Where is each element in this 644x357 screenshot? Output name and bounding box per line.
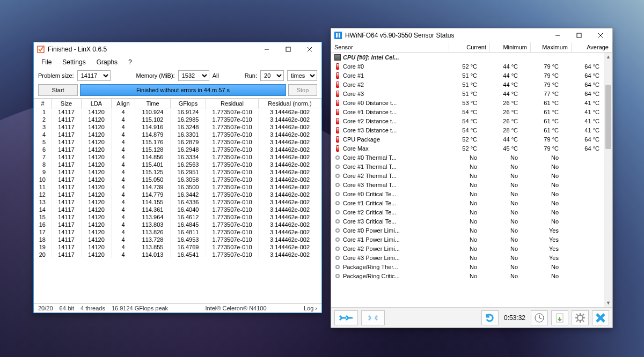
col-minimum[interactable]: Minimum [490, 42, 531, 52]
close-toolbar-button[interactable] [592, 310, 609, 325]
settings-button[interactable] [572, 310, 589, 325]
table-row[interactable]: 114117141204110.92416.91241.773507e-0103… [34, 108, 321, 116]
sensor-row[interactable]: Core #1 Distance t...54 °C26 °C61 °C41 °… [331, 107, 604, 116]
sensor-row[interactable]: Core #2 Thermal T...NoNoNo [331, 171, 604, 180]
thermometer-icon [336, 109, 339, 115]
sensor-row[interactable]: Core #1 Power Limi...NoNoYes [331, 235, 604, 244]
close-button[interactable] [299, 43, 320, 55]
menu-graphs[interactable]: Graphs [92, 57, 122, 67]
col-average[interactable]: Average [572, 42, 612, 52]
linx-titlebar[interactable]: Finished - LinX 0.6.5 [34, 42, 321, 56]
linx-col-header[interactable]: Size [52, 99, 82, 108]
run-count-select[interactable]: 20 [260, 70, 284, 81]
linx-col-header[interactable]: Align [112, 99, 135, 108]
collapse-all-button[interactable] [361, 310, 385, 325]
table-row[interactable]: 1314117141204114.15516.43361.773507e-010… [34, 198, 321, 206]
table-row[interactable]: 1914117141204113.85516.47691.773507e-010… [34, 243, 321, 251]
linx-col-header[interactable]: # [34, 99, 52, 108]
status-ring-icon [335, 155, 340, 160]
table-row[interactable]: 414117141204114.87916.33011.773507e-0103… [34, 131, 321, 138]
problem-size-select[interactable]: 14117 [77, 70, 111, 81]
linx-col-header[interactable]: Residual [206, 99, 259, 108]
table-row[interactable]: 1114117141204114.73916.35001.773507e-010… [34, 183, 321, 191]
table-row[interactable]: 614117141204115.12816.29481.773507e-0103… [34, 146, 321, 153]
scrollbar[interactable]: ▲ ▼ [604, 53, 612, 307]
table-row[interactable]: 714117141204114.85616.33341.773507e-0103… [34, 153, 321, 161]
linx-col-header[interactable]: Residual (norm.) [259, 99, 321, 108]
menu-settings[interactable]: Settings [58, 57, 90, 67]
table-row[interactable]: 1614117141204113.80316.48451.773507e-010… [34, 221, 321, 228]
close-button[interactable] [590, 29, 611, 41]
sensor-row[interactable]: Core #052 °C44 °C79 °C64 °C [331, 62, 604, 71]
hwinfo-titlebar[interactable]: HWiNFO64 v5.90-3550 Sensor Status [331, 28, 612, 42]
menu-file[interactable]: File [37, 57, 56, 67]
sensor-row[interactable]: Core #1 Thermal T...NoNoNo [331, 162, 604, 171]
linx-col-header[interactable]: Time [135, 99, 171, 108]
svg-rect-9 [577, 33, 581, 38]
table-row[interactable]: 1414117141204114.36116.40401.773507e-010… [34, 206, 321, 213]
sensor-row[interactable]: Core #3 Critical Te...NoNoNo [331, 217, 604, 226]
sensor-row[interactable]: Core #0 Critical Te...NoNoNo [331, 189, 604, 198]
table-row[interactable]: 1014117141204115.05016.30581.773507e-010… [34, 176, 321, 183]
sensor-row[interactable]: Core #0 Power Limi...NoNoYes [331, 226, 604, 235]
sensor-row[interactable]: Core #0 Thermal T...NoNoNo [331, 153, 604, 162]
svg-rect-2 [286, 47, 290, 51]
table-row[interactable]: 214117141204115.10216.29851.773507e-0103… [34, 116, 321, 123]
status-ring-icon [335, 237, 340, 242]
table-row[interactable]: 1514117141204113.96416.46121.773507e-010… [34, 213, 321, 221]
sensor-row[interactable]: Core #1 Critical Te...NoNoNo [331, 198, 604, 207]
sensor-row[interactable]: Core #2 Power Limi...NoNoYes [331, 244, 604, 253]
col-maximum[interactable]: Maximum [531, 42, 572, 52]
sensor-row[interactable]: CPU Package52 °C44 °C79 °C64 °C [331, 135, 604, 144]
sensor-row[interactable]: Core #3 Thermal T...NoNoNo [331, 180, 604, 189]
maximize-button[interactable] [568, 29, 590, 41]
linx-menubar: File Settings Graphs ? [34, 56, 321, 69]
sensor-row[interactable]: Core #3 Distance t...54 °C28 °C61 °C41 °… [331, 125, 604, 135]
sensor-row[interactable]: Core #2 Critical Te...NoNoNo [331, 207, 604, 217]
sensor-row[interactable]: Core #251 °C44 °C79 °C64 °C [331, 80, 604, 89]
col-sensor[interactable]: Sensor [331, 42, 449, 52]
run-unit-select[interactable]: times [287, 70, 317, 81]
footer-threads: 4 threads [80, 305, 105, 311]
table-row[interactable]: 1814117141204113.72816.49531.773507e-010… [34, 236, 321, 243]
sensor-row[interactable]: Core #0 Distance t...53 °C26 °C61 °C41 °… [331, 98, 604, 107]
scroll-up-icon[interactable]: ▲ [604, 53, 612, 61]
table-row[interactable]: 314117141204114.91616.32481.773507e-0103… [34, 123, 321, 131]
linx-col-header[interactable]: LDA [82, 99, 112, 108]
refresh-button[interactable] [481, 310, 499, 325]
linx-col-header[interactable]: GFlops [171, 99, 206, 108]
sensor-row[interactable]: Core #151 °C44 °C79 °C64 °C [331, 71, 604, 80]
maximize-button[interactable] [277, 43, 299, 55]
footer-log-link[interactable]: Log › [304, 305, 317, 311]
minimize-button[interactable] [256, 43, 277, 55]
clock-button[interactable] [531, 310, 548, 325]
sensor-group-cpu[interactable]: CPU [#0]: Intel Cel... [331, 53, 604, 62]
save-log-button[interactable] [551, 310, 568, 325]
scroll-down-icon[interactable]: ▼ [604, 299, 612, 307]
hwinfo-column-headers[interactable]: Sensor Current Minimum Maximum Average [331, 42, 612, 53]
thermometer-icon [336, 127, 339, 133]
col-current[interactable]: Current [449, 42, 490, 52]
sensor-row[interactable]: Core #2 Distance t...54 °C26 °C61 °C41 °… [331, 116, 604, 125]
thermometer-icon [336, 145, 339, 152]
table-row[interactable]: 1214117141204114.77916.34421.773507e-010… [34, 191, 321, 198]
minimize-button[interactable] [547, 29, 568, 41]
table-row[interactable]: 1714117141204113.82616.48111.773507e-010… [34, 228, 321, 236]
expand-all-button[interactable] [334, 310, 358, 325]
sensor-row[interactable]: Core #351 °C44 °C77 °C64 °C [331, 89, 604, 98]
svg-line-23 [576, 320, 578, 322]
table-row[interactable]: 814117141204115.40116.25631.773507e-0103… [34, 161, 321, 168]
memory-select[interactable]: 1532 [178, 70, 209, 81]
sensor-row[interactable]: Package/Ring Critic...NoNoNo [331, 271, 604, 280]
table-row[interactable]: 2014117141204114.01316.45411.773507e-010… [34, 251, 321, 258]
scroll-thumb[interactable] [605, 85, 611, 149]
sensor-row[interactable]: Core #3 Power Limi...NoNoYes [331, 253, 604, 262]
start-button[interactable]: Start [38, 84, 78, 96]
sensor-row[interactable]: Package/Ring Ther...NoNoNo [331, 262, 604, 271]
sensor-row[interactable]: Core Max52 °C45 °C79 °C64 °C [331, 144, 604, 153]
menu-help[interactable]: ? [124, 57, 136, 67]
stop-button[interactable]: Stop [288, 84, 317, 96]
table-row[interactable]: 914117141204115.12516.29511.773507e-0103… [34, 168, 321, 176]
table-row[interactable]: 514117141204115.17616.28791.773507e-0103… [34, 138, 321, 146]
problem-size-label: Problem size: [38, 72, 74, 79]
